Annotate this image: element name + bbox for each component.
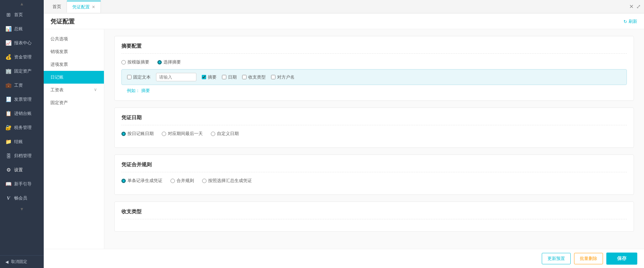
save-button[interactable]: 保存 [606, 253, 637, 265]
left-nav-sales-label: 销项发票 [50, 49, 68, 54]
sidebar-item-reports-label: 报表中心 [14, 40, 32, 46]
period-last-radio[interactable]: 对应期间最后一天 [162, 131, 203, 137]
tax-icon: 🔐 [5, 125, 11, 131]
summary-input[interactable] [202, 75, 206, 79]
salary-icon: 💼 [5, 82, 11, 88]
merge-radio-group: 单条记录生成凭证 合并规则 按照选择汇总生成凭证 [121, 178, 627, 184]
sidebar-item-vip[interactable]: V 畅会员 [0, 191, 44, 205]
sidebar-item-funds[interactable]: 💰 资金管理 [0, 50, 44, 64]
settings-icon: ⚙ [5, 167, 11, 173]
refresh-button[interactable]: ↻ 刷新 [623, 18, 637, 25]
vip-icon: V [5, 195, 11, 201]
journal-date-input[interactable] [121, 132, 126, 136]
page-header: 凭证配置 ↻ 刷新 [44, 13, 644, 29]
journal-date-radio[interactable]: 按日记账日期 [121, 131, 154, 137]
period-last-label: 对应期间最后一天 [168, 131, 203, 137]
sidebar-item-home[interactable]: ⊞ 首页 [0, 8, 44, 22]
invoice-icon: 🧾 [5, 96, 11, 102]
select-merge-radio[interactable]: 按照选择汇总生成凭证 [202, 178, 252, 184]
tab-voucher[interactable]: 凭证配置 ✕ [67, 1, 101, 13]
custom-date-input[interactable] [211, 132, 215, 136]
sidebar: ▲ ⊞ 首页 📊 总账 📈 报表中心 💰 资金管理 🏢 固定资产 💼 工资 🧾 … [0, 0, 44, 268]
chevron-right-icon: ∨ [94, 87, 97, 92]
summary-section-title: 摘要配置 [121, 43, 627, 54]
window-maximize-icon[interactable]: ⤢ [636, 3, 641, 10]
period-last-input[interactable] [162, 132, 166, 136]
sidebar-item-invoice-label: 发票管理 [14, 96, 32, 102]
tabbar-right: ✕ ⤢ [629, 3, 641, 10]
left-nav-payroll-label: 工资表 [50, 87, 64, 92]
select-merge-input[interactable] [202, 179, 206, 183]
single-record-input[interactable] [121, 179, 126, 183]
left-nav-purchase[interactable]: 进项发票 [44, 58, 104, 71]
summary-section: 摘要配置 按模版摘要 选择摘要 固定文本 [114, 36, 634, 101]
left-nav-sales[interactable]: 销项发票 [44, 45, 104, 58]
merge-rule-radio[interactable]: 合并规则 [171, 178, 194, 184]
counterparty-checkbox[interactable]: 对方户名 [271, 74, 295, 80]
tab-home[interactable]: 首页 [47, 1, 67, 12]
counterparty-label: 对方户名 [277, 74, 295, 80]
pin-icon: ◀ [5, 260, 8, 264]
reconcile-icon: 📋 [5, 110, 11, 117]
sidebar-item-invoice[interactable]: 🧾 发票管理 [0, 92, 44, 106]
income-type-input[interactable] [242, 75, 247, 79]
tabbar: 首页 凭证配置 ✕ ✕ ⤢ [44, 0, 644, 13]
counterparty-input[interactable] [271, 75, 275, 79]
template-radio-input[interactable] [121, 60, 126, 64]
update-preset-button[interactable]: 更新预置 [542, 253, 571, 264]
sidebar-item-assets-label: 固定资产 [14, 68, 32, 74]
home-icon: ⊞ [5, 12, 11, 18]
single-record-radio[interactable]: 单条记录生成凭证 [121, 178, 162, 184]
income-type-checkbox[interactable]: 收支类型 [242, 74, 266, 80]
guide-icon: 📖 [5, 181, 11, 187]
fixed-text-field[interactable] [156, 73, 196, 81]
sidebar-scroll-down[interactable]: ▼ [0, 205, 44, 213]
fixed-text-label: 固定文本 [133, 74, 151, 80]
ledger-icon: 📊 [5, 26, 11, 32]
sidebar-item-tax-label: 税务管理 [14, 125, 32, 131]
summary-template-radio[interactable]: 按模版摘要 [121, 59, 149, 65]
sidebar-item-close-label: 结账 [14, 139, 23, 145]
template-radio-label: 按模版摘要 [127, 59, 149, 65]
left-nav-journal[interactable]: 日记账 [44, 71, 104, 84]
sidebar-item-salary[interactable]: 💼 工资 [0, 78, 44, 92]
select-radio-input[interactable] [157, 60, 162, 64]
sidebar-scroll-up[interactable]: ▲ [0, 0, 44, 8]
sidebar-item-archive[interactable]: 🗄 归档管理 [0, 149, 44, 163]
left-nav-fixed-assets-label: 固定资产 [50, 100, 68, 105]
sidebar-item-guide[interactable]: 📖 新手引导 [0, 177, 44, 191]
sidebar-item-settings[interactable]: ⚙ 设置 [0, 163, 44, 177]
batch-delete-button[interactable]: 批量删除 [574, 253, 603, 264]
date-checkbox[interactable]: 日期 [222, 74, 237, 80]
sidebar-item-funds-label: 资金管理 [14, 54, 32, 60]
window-close-icon[interactable]: ✕ [629, 3, 634, 10]
sidebar-item-reconcile[interactable]: 📋 进销台账 [0, 106, 44, 121]
tab-voucher-label: 凭证配置 [72, 4, 90, 10]
fixed-text-checkbox[interactable]: 固定文本 [127, 74, 151, 80]
sidebar-unpin-label: 取消固定 [11, 259, 27, 265]
fixed-text-input[interactable] [127, 75, 131, 79]
left-nav-payroll[interactable]: 工资表 ∨ [44, 84, 104, 96]
merge-rule-input[interactable] [171, 179, 175, 183]
summary-select-radio[interactable]: 选择摘要 [157, 59, 181, 65]
sidebar-item-ledger-label: 总账 [14, 26, 23, 32]
summary-checkbox-label: 摘要 [208, 74, 217, 80]
sidebar-item-reports[interactable]: 📈 报表中心 [0, 36, 44, 50]
date-radio-group: 按日记账日期 对应期间最后一天 自定义日期 [121, 131, 627, 137]
tab-home-label: 首页 [52, 4, 61, 10]
summary-checkbox[interactable]: 摘要 [202, 74, 217, 80]
select-radio-label: 选择摘要 [163, 59, 181, 65]
sidebar-item-assets[interactable]: 🏢 固定资产 [0, 64, 44, 78]
sidebar-item-ledger[interactable]: 📊 总账 [0, 22, 44, 36]
tab-close-icon[interactable]: ✕ [92, 5, 95, 9]
left-nav-public[interactable]: 公共选项 [44, 33, 104, 45]
sidebar-unpin-button[interactable]: ◀ 取消固定 [0, 255, 44, 268]
main-content: 首页 凭证配置 ✕ ✕ ⤢ 凭证配置 ↻ 刷新 公共选项 销项发票 进 [44, 0, 644, 268]
sidebar-item-tax[interactable]: 🔐 税务管理 [0, 121, 44, 135]
date-section: 凭证日期 按日记账日期 对应期间最后一天 自定义日期 [114, 107, 634, 148]
sidebar-item-close[interactable]: 📁 结账 [0, 135, 44, 149]
custom-date-radio[interactable]: 自定义日期 [211, 131, 239, 137]
left-nav-fixed-assets[interactable]: 固定资产 [44, 96, 104, 109]
date-section-title: 凭证日期 [121, 115, 627, 125]
date-input[interactable] [222, 75, 226, 79]
